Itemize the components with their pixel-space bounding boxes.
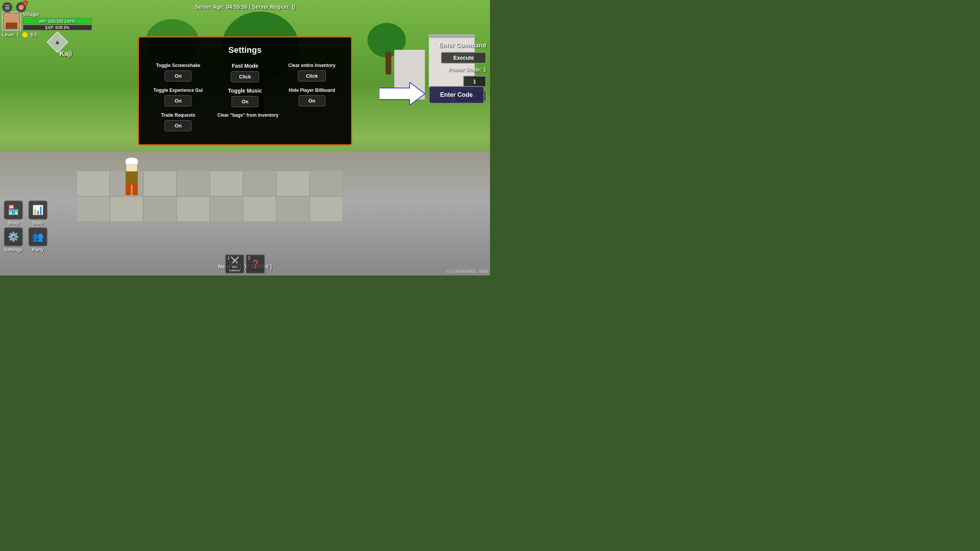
- coin-icon: [22, 32, 28, 37]
- power-scale-input[interactable]: [463, 76, 486, 87]
- toggle-music-item: Toggle Music On: [214, 88, 277, 107]
- trade-requests-label: Trade Requests: [161, 112, 195, 118]
- inv-slot-1[interactable]: 1 ⚔️ IronKatanas: [225, 254, 244, 274]
- shop-icon: 🏪: [4, 201, 23, 220]
- ground-tile: [276, 171, 310, 196]
- power-scale-label: Power Scale: 1: [448, 67, 486, 73]
- trade-requests-btn[interactable]: On: [165, 120, 191, 131]
- level-text: Level: 1: [2, 32, 19, 37]
- ground-tile: [210, 171, 243, 196]
- ground-tile: [143, 171, 176, 196]
- hide-player-billboard-item: Hide Player Billboard On: [280, 88, 343, 107]
- nav-party[interactable]: 👥 Party: [26, 227, 49, 253]
- player-character: [122, 161, 145, 199]
- ground-tile: [176, 171, 210, 196]
- exp-bar-container: EXP: 0/30 0%: [23, 25, 92, 30]
- ground-tile: [143, 196, 176, 222]
- clear-bags-item: Clear "bags" from Inventory: [214, 112, 343, 131]
- ground-tile: [243, 171, 276, 196]
- inventory-bar: 1 ⚔️ IronKatanas 2 ❓: [225, 254, 265, 276]
- player-role: Villager: [23, 12, 92, 17]
- exp-text: EXP: 0/30 0%: [23, 25, 91, 31]
- shop-label: Shop: [8, 220, 19, 226]
- player-info: Villager HP: 105/105 100% EXP: 0/30 0% L…: [2, 11, 92, 37]
- char-leg-left: [126, 184, 131, 195]
- nav-settings[interactable]: ⚙️ Settings: [2, 227, 25, 253]
- settings-panel: Settings Toggle Screenshake On Fast Mode…: [138, 36, 352, 145]
- player-avatar: [2, 11, 21, 31]
- ground-tile: [110, 196, 143, 222]
- toggle-music-btn[interactable]: On: [232, 96, 258, 107]
- char-name-text: Kaji: [59, 50, 72, 57]
- ground-tiles: [77, 171, 345, 247]
- hide-player-billboard-btn[interactable]: On: [299, 95, 325, 106]
- char-torso: [126, 171, 138, 185]
- player-stats-col: Villager HP: 105/105 100% EXP: 0/30 0%: [23, 12, 92, 30]
- bottom-left-nav: 🏪 Shop 📊 Stats ⚙️ Settings 👥 Party: [2, 201, 49, 253]
- ground-tile: [310, 171, 343, 196]
- settings-row-1: Toggle Screenshake On Fast Mode Click Cl…: [147, 63, 343, 82]
- level-money-row: Level: 1 $:0: [2, 32, 92, 37]
- inv-slot-2-icon: ❓: [251, 259, 260, 269]
- toggle-screenshake-item: Toggle Screenshake On: [147, 63, 210, 82]
- server-info: Server Age: 04:55:50 | Server Region: (): [195, 4, 296, 10]
- arrow-annotation: [379, 82, 425, 105]
- toggle-exp-gui-item: Toggle Experience Gui On: [147, 88, 210, 107]
- arrow-svg: [379, 82, 425, 105]
- inv-slot-1-number: 1: [227, 256, 230, 260]
- server-age-text: Server Age: 04:55:50 | Server Region: (): [195, 4, 296, 10]
- notification-badge: 1: [23, 0, 28, 6]
- enter-code-btn[interactable]: Enter Code: [429, 86, 484, 104]
- ground-tile: [77, 171, 110, 196]
- enter-command-label: Enter Command: [439, 42, 486, 49]
- char-leg-right: [132, 184, 138, 195]
- character-body: [122, 161, 142, 195]
- stats-label: Stats: [32, 220, 43, 226]
- svg-marker-0: [379, 82, 425, 105]
- nav-shop[interactable]: 🏪 Shop: [2, 201, 25, 226]
- toggle-exp-gui-btn[interactable]: On: [165, 95, 191, 106]
- party-icon: 👥: [28, 227, 47, 246]
- char-name-world: Kaji: [59, 50, 72, 58]
- menu-icon-wrapper: ☰: [2, 2, 13, 13]
- inv-slot-1-icon: ⚔️: [230, 256, 240, 265]
- inv-slot-1-label: IronKatanas: [229, 265, 240, 272]
- clear-inventory-item: Clear entire Inventory Click: [280, 63, 343, 82]
- char-head: [126, 161, 137, 171]
- inv-slot-2[interactable]: 2 ❓: [246, 254, 265, 274]
- clear-inventory-btn[interactable]: Click: [298, 70, 326, 82]
- money-text: $:0: [31, 32, 37, 37]
- top-left-icons: ☰ 🎯 1: [2, 2, 26, 13]
- ground-tile: [310, 196, 343, 222]
- toggle-screenshake-btn[interactable]: On: [165, 70, 191, 82]
- player-name-row: Villager HP: 105/105 100% EXP: 0/30 0%: [2, 11, 92, 31]
- execute-btn[interactable]: Execute: [441, 52, 486, 64]
- trade-requests-item: Trade Requests On: [147, 112, 210, 131]
- toggle-screenshake-label: Toggle Screenshake: [156, 63, 200, 68]
- ground-tile: [210, 196, 243, 222]
- settings-label: Settings: [4, 247, 22, 253]
- nav-stats[interactable]: 📊 Stats: [26, 201, 49, 226]
- hide-player-billboard-label: Hide Player Billboard: [289, 88, 335, 93]
- clear-inventory-label: Clear entire Inventory: [288, 63, 335, 68]
- settings-title: Settings: [147, 45, 343, 55]
- clear-bags-label: Clear "bags" from Inventory: [217, 112, 279, 118]
- party-label: Party: [32, 247, 44, 253]
- char-hair: [126, 158, 138, 164]
- settings-icon: ⚙️: [4, 227, 23, 246]
- settings-row-3: Trade Requests On Clear "bags" from Inve…: [147, 112, 343, 131]
- avatar-body: [6, 23, 17, 29]
- ground-tile: [77, 196, 110, 222]
- inv-slot-2-number: 2: [248, 256, 250, 260]
- version-text: v1.2 (REWORKS - NEW: [446, 269, 488, 274]
- fast-mode-label: Fast Mode: [232, 63, 258, 69]
- stats-icon: 📊: [28, 201, 47, 220]
- hp-text: HP: 105/105 100%: [23, 18, 91, 24]
- direction-arrow: ▲: [54, 39, 60, 46]
- settings-row-2: Toggle Experience Gui On Toggle Music On…: [147, 88, 343, 107]
- menu-icon[interactable]: ☰: [2, 2, 13, 13]
- fast-mode-btn[interactable]: Click: [231, 71, 259, 82]
- toggle-exp-gui-label: Toggle Experience Gui: [154, 88, 203, 93]
- toggle-music-label: Toggle Music: [228, 88, 262, 94]
- notification-icon-wrapper: 🎯 1: [16, 2, 26, 13]
